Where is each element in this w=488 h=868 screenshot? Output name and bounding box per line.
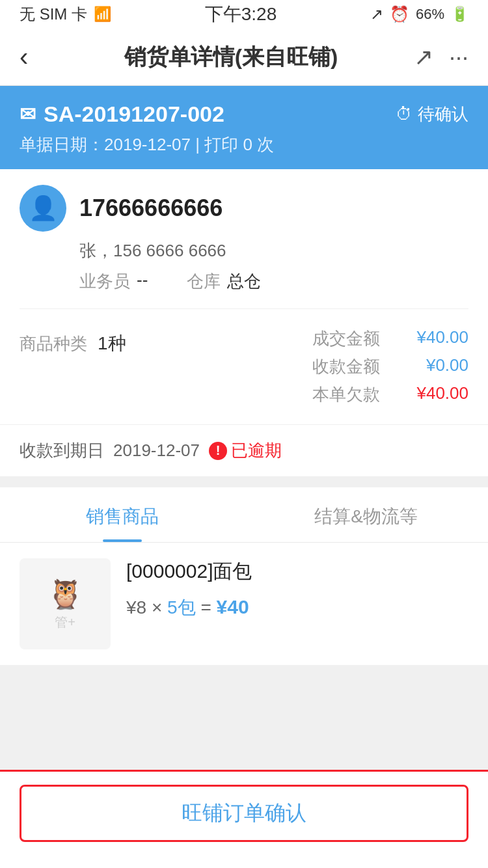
brand-plus-text: 管+: [55, 614, 75, 631]
customer-card: 👤 17666666666 张，156 6666 6666 业务员 -- 仓库 …: [0, 169, 488, 477]
nav-bar: ‹ 销货单详情(来自旺铺) ↗ ···: [0, 29, 488, 86]
due-date-section: 收款到期日 2019-12-07 ! 已逾期: [0, 424, 488, 477]
product-qty: 5包: [167, 597, 196, 617]
product-separator: =: [196, 597, 217, 617]
status-bar-left: 无 SIM 卡 📶: [20, 4, 111, 25]
alarm-icon: ⏰: [390, 5, 409, 23]
product-unit-price: ¥8 ×: [126, 597, 167, 617]
summary-left: 商品种类 1种: [20, 327, 126, 356]
due-date-label: 收款到期日: [20, 439, 104, 462]
avatar: 👤: [20, 185, 66, 232]
warehouse-meta: 仓库 总仓: [187, 270, 261, 293]
status-clock-icon: ⏱: [396, 104, 413, 124]
battery-text: 66%: [416, 6, 444, 23]
transaction-row: 成交金额 ¥40.00: [312, 327, 468, 350]
warehouse-label: 仓库: [187, 270, 221, 293]
warehouse-value: 总仓: [227, 270, 261, 293]
due-date-value: 2019-12-07: [113, 441, 200, 461]
confirm-order-button[interactable]: 旺铺订单确认: [20, 785, 468, 842]
order-status: ⏱ 待确认: [396, 103, 468, 126]
collection-label: 收款金额: [312, 355, 380, 378]
transaction-value: ¥40.00: [390, 327, 468, 350]
order-id: ✉ SA-20191207-002: [20, 102, 224, 127]
customer-meta: 业务员 -- 仓库 总仓: [79, 270, 468, 293]
avatar-icon: 👤: [29, 195, 58, 222]
product-price-row: ¥8 × 5包 = ¥40: [126, 595, 468, 620]
status-bar: 无 SIM 卡 📶 下午3:28 ↗ ⏰ 66% 🔋: [0, 0, 488, 29]
status-bar-right: ↗ ⏰ 66% 🔋: [370, 5, 468, 23]
order-banner-top: ✉ SA-20191207-002 ⏱ 待确认: [20, 102, 468, 127]
tab-sales-products[interactable]: 销售商品: [0, 487, 244, 542]
tab-settlement[interactable]: 结算&物流等: [244, 487, 488, 542]
debt-row: 本单欠款 ¥40.00: [312, 383, 468, 406]
collection-row: 收款金额 ¥0.00: [312, 355, 468, 378]
battery-icon: 🔋: [451, 6, 468, 23]
sales-meta: 业务员 --: [79, 270, 148, 293]
debt-value: ¥40.00: [390, 383, 468, 406]
customer-section: 👤 17666666666 张，156 6666 6666 业务员 -- 仓库 …: [0, 169, 488, 308]
product-section: 🦉 管+ [0000002]面包 ¥8 × 5包 = ¥40: [0, 543, 488, 665]
more-icon[interactable]: ···: [449, 44, 468, 71]
share-icon[interactable]: ↗: [414, 44, 433, 71]
location-icon: ↗: [370, 5, 383, 23]
collection-value: ¥0.00: [390, 355, 468, 378]
product-placeholder-icon: 🦉: [47, 577, 83, 611]
product-total: ¥40: [217, 596, 249, 617]
type-label: 商品种类: [20, 332, 87, 355]
nav-actions: ↗ ···: [403, 44, 468, 71]
debt-label: 本单欠款: [312, 383, 380, 406]
type-value: 1种: [98, 331, 126, 356]
customer-phone: 17666666666: [79, 195, 223, 222]
product-info: [0000002]面包 ¥8 × 5包 = ¥40: [126, 558, 468, 620]
sales-label: 业务员: [79, 270, 130, 293]
tabs-row: 销售商品 结算&物流等: [0, 487, 488, 543]
order-id-text: SA-20191207-002: [44, 102, 224, 127]
tabs-section: 销售商品 结算&物流等 🦉 管+ [0000002]面包 ¥8 × 5包 = ¥…: [0, 487, 488, 665]
overdue-icon: !: [209, 442, 227, 460]
summary-section: 商品种类 1种 成交金额 ¥40.00 收款金额 ¥0.00 本单欠款 ¥40.…: [0, 309, 488, 424]
product-thumbnail: 🦉 管+: [20, 558, 111, 649]
overdue-text: 已逾期: [231, 439, 282, 462]
status-bar-time: 下午3:28: [205, 2, 277, 27]
overdue-badge: ! 已逾期: [209, 439, 282, 462]
back-button[interactable]: ‹: [20, 42, 59, 72]
status-text: 待确认: [418, 103, 468, 126]
transaction-label: 成交金额: [312, 327, 380, 350]
page-title: 销货单详情(来自旺铺): [59, 42, 403, 72]
order-banner: ✉ SA-20191207-002 ⏱ 待确认 单据日期：2019-12-07 …: [0, 86, 488, 169]
product-thumb-inner: 🦉 管+: [47, 577, 83, 631]
product-name: [0000002]面包: [126, 558, 468, 585]
order-date: 单据日期：2019-12-07 | 打印 0 次: [20, 133, 468, 156]
order-icon: ✉: [20, 103, 36, 126]
carrier-text: 无 SIM 卡: [20, 4, 87, 25]
sales-value: --: [137, 270, 148, 293]
summary-right: 成交金额 ¥40.00 收款金额 ¥0.00 本单欠款 ¥40.00: [312, 327, 468, 406]
wifi-icon: 📶: [94, 6, 111, 23]
customer-name: 张，156 6666 6666: [79, 239, 468, 262]
customer-row: 👤 17666666666: [20, 185, 468, 232]
bottom-btn-area: 旺铺订单确认: [0, 770, 488, 868]
